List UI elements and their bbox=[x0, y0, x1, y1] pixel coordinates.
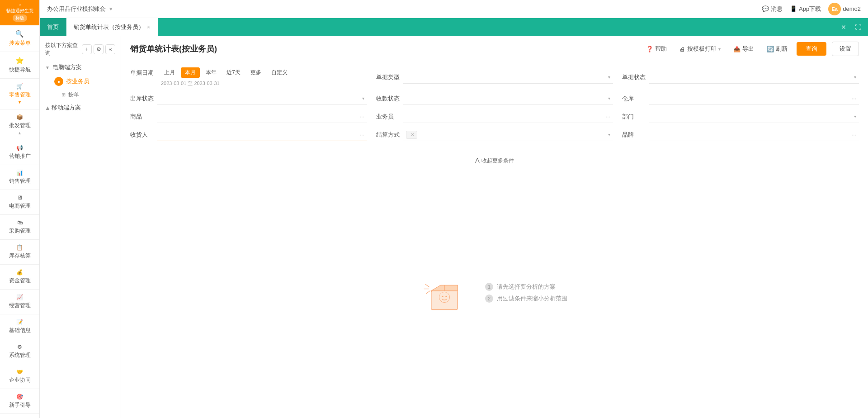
date-btn-lastmonth[interactable]: 上月 bbox=[160, 67, 179, 78]
app-download-action[interactable]: 📱 App下载 bbox=[790, 5, 821, 13]
warehouse-control[interactable]: ··· bbox=[649, 92, 859, 105]
outstatus-label: 出库状态 bbox=[130, 95, 157, 103]
sidebar-item-purchase[interactable]: 🛍 采购管理 bbox=[0, 215, 40, 240]
outstatus-control[interactable]: ▾ bbox=[157, 92, 367, 105]
consignee-control[interactable]: ··· bbox=[157, 128, 367, 141]
docstatus-label: 单据状态 bbox=[622, 73, 649, 81]
message-action[interactable]: 💬 消息 bbox=[762, 5, 783, 13]
docstatus-control[interactable]: ▾ bbox=[649, 71, 859, 84]
empty-tip-1: 1 请先选择要分析的方案 bbox=[485, 283, 567, 291]
salesman-dots-icon[interactable]: ··· bbox=[606, 114, 610, 120]
scheme-category-desktop[interactable]: ▼ 电脑端方案 bbox=[40, 61, 121, 74]
filter-area: 单据日期 上月 本月 本年 近7天 更多 自定义 bbox=[121, 60, 868, 154]
ecommerce-icon: 🖥 bbox=[17, 195, 23, 201]
tab-expand-icon: ⛶ bbox=[855, 24, 861, 31]
sidebar-basic-label: 基础信息 bbox=[9, 327, 31, 334]
consignee-input[interactable] bbox=[160, 131, 360, 138]
tab-expand-btn[interactable]: ⛶ bbox=[852, 21, 864, 33]
scheme-category-mobile[interactable]: ▶ 移动端方案 bbox=[40, 101, 121, 114]
scheme-item-salesman[interactable]: ● 按业务员 bbox=[40, 74, 121, 89]
export-btn[interactable]: 📤 导出 bbox=[730, 43, 758, 55]
sidebar-item-collab[interactable]: 🤝 企业协同 bbox=[0, 364, 40, 389]
sidebar-shortcut[interactable]: ⭐ 快捷导航 bbox=[0, 52, 40, 79]
scheme-add-btn[interactable]: + bbox=[82, 44, 92, 54]
wholesale-arrow: ▲ bbox=[18, 131, 22, 135]
refresh-icon: 🔄 bbox=[767, 46, 774, 52]
main-panel: 销货单统计表(按业务员) ❓ 帮助 🖨 按模板打印 ▾ 📤 bbox=[121, 36, 868, 418]
sidebar-item-wholesale[interactable]: 📦 批发管理 ▲ bbox=[0, 109, 40, 140]
help-btn[interactable]: ❓ 帮助 bbox=[642, 43, 670, 55]
collectstatus-control[interactable]: ▾ bbox=[403, 92, 613, 105]
print-label: 按模板打印 bbox=[687, 45, 717, 53]
print-btn[interactable]: 🖨 按模板打印 ▾ bbox=[676, 43, 724, 55]
sidebar-inventory-label: 库存核算 bbox=[9, 252, 31, 260]
page-actions: ❓ 帮助 🖨 按模板打印 ▾ 📤 导出 🔄 bbox=[642, 42, 859, 56]
refresh-btn[interactable]: 🔄 刷新 bbox=[763, 43, 791, 55]
scheme-panel-title: 按以下方案查询 bbox=[45, 42, 79, 57]
user-action[interactable]: Ea demo2 bbox=[828, 3, 861, 15]
tab-home[interactable]: 首页 bbox=[40, 18, 66, 36]
avatar: Ea bbox=[828, 3, 841, 15]
tab-sales-stats[interactable]: 销货单统计表（按业务员） × bbox=[66, 18, 158, 36]
sidebar-item-basic[interactable]: 📝 基础信息 bbox=[0, 314, 40, 339]
date-btn-more[interactable]: 更多 bbox=[246, 67, 265, 78]
goods-dots-icon[interactable]: ··· bbox=[360, 114, 364, 120]
settle-dropdown-icon[interactable]: ▾ bbox=[608, 132, 610, 137]
scheme-sub-item-doc[interactable]: ⊞ 按单 bbox=[40, 89, 121, 101]
scheme-settings-btn[interactable]: ⚙ bbox=[94, 44, 104, 54]
dept-control[interactable]: ▾ bbox=[649, 110, 859, 123]
warehouse-dots-icon[interactable]: ··· bbox=[852, 95, 856, 102]
date-btn-custom[interactable]: 自定义 bbox=[267, 67, 292, 78]
header-actions: 💬 消息 📱 App下载 Ea demo2 bbox=[762, 3, 861, 15]
scheme-item-active-dot: ● bbox=[54, 77, 63, 86]
message-icon: 💬 bbox=[762, 5, 769, 12]
collectstatus-label: 收款状态 bbox=[376, 95, 403, 103]
goods-control[interactable]: ··· bbox=[157, 110, 367, 123]
nav-dropdown-icon[interactable]: ▾ bbox=[109, 5, 113, 12]
scheme-category-desktop-label: 电脑端方案 bbox=[52, 63, 82, 71]
tab-close-btn[interactable]: ✕ bbox=[837, 21, 850, 33]
filter-doctype: 单据类型 ▾ bbox=[376, 67, 613, 87]
filter-settle: 结算方式 × ▾ bbox=[376, 128, 613, 141]
sidebar-item-guide[interactable]: 🎯 新手引导 bbox=[0, 389, 40, 414]
settle-tag-close[interactable]: × bbox=[411, 132, 414, 138]
sidebar-item-sales[interactable]: 📊 销售管理 bbox=[0, 165, 40, 190]
brand-control[interactable]: ··· bbox=[649, 128, 859, 141]
sidebar-ecommerce-label: 电商管理 bbox=[9, 202, 31, 210]
sidebar-item-ecommerce[interactable]: 🖥 电商管理 bbox=[0, 190, 40, 215]
filter-dept: 部门 ▾ bbox=[622, 110, 859, 123]
scheme-collapse-btn[interactable]: « bbox=[105, 44, 115, 54]
empty-state-inner: 1 请先选择要分析的方案 2 用过滤条件来缩小分析范围 bbox=[422, 270, 567, 315]
consignee-dots-icon[interactable]: ··· bbox=[360, 132, 364, 138]
doctype-control[interactable]: ▾ bbox=[403, 71, 613, 84]
top-header: 办公用品行业模拟账套 ▾ 💬 消息 📱 App下载 Ea demo2 bbox=[40, 0, 868, 18]
sidebar-item-operations[interactable]: 📈 经营管理 bbox=[0, 290, 40, 314]
settings-button[interactable]: 设置 bbox=[832, 42, 859, 56]
sidebar-item-finance[interactable]: 💰 资金管理 bbox=[0, 265, 40, 290]
date-btn-thismonth[interactable]: 本月 bbox=[181, 67, 200, 78]
page-title: 销货单统计表(按业务员) bbox=[130, 43, 217, 54]
collectstatus-dropdown-icon: ▾ bbox=[608, 96, 610, 101]
sidebar-item-marketing[interactable]: 📢 营销推广 bbox=[0, 140, 40, 165]
collapse-bar[interactable]: ⋀ 收起更多条件 bbox=[121, 154, 868, 167]
export-icon: 📤 bbox=[733, 46, 741, 52]
filter-row-2: 出库状态 ▾ 收款状态 ▾ bbox=[130, 92, 859, 105]
sidebar-item-system[interactable]: ⚙ 系统管理 bbox=[0, 339, 40, 364]
svg-point-5 bbox=[446, 296, 447, 297]
sidebar-item-apps[interactable]: 🧩 应用中心 bbox=[0, 414, 40, 418]
wholesale-icon: 📦 bbox=[16, 114, 23, 120]
tab-close-icon[interactable]: × bbox=[147, 24, 150, 30]
scheme-sub-item-doc-label: 按单 bbox=[68, 91, 79, 99]
salesman-control[interactable]: ··· bbox=[403, 110, 613, 123]
sidebar-item-inventory[interactable]: 📋 库存核算 bbox=[0, 240, 40, 265]
sidebar-search[interactable]: 🔍 搜索菜单 bbox=[0, 25, 40, 52]
refresh-label: 刷新 bbox=[776, 45, 788, 53]
tip-num-1: 1 bbox=[485, 283, 493, 291]
brand-dots-icon[interactable]: ··· bbox=[852, 132, 856, 138]
query-button[interactable]: 查询 bbox=[797, 42, 826, 56]
collab-icon: 🤝 bbox=[16, 369, 23, 375]
marketing-icon: 📢 bbox=[16, 145, 23, 151]
date-btn-7days[interactable]: 近7天 bbox=[222, 67, 245, 78]
date-btn-thisyear[interactable]: 本年 bbox=[202, 67, 221, 78]
sidebar-item-retail[interactable]: 🛒 零售管理 ▼ bbox=[0, 79, 40, 109]
